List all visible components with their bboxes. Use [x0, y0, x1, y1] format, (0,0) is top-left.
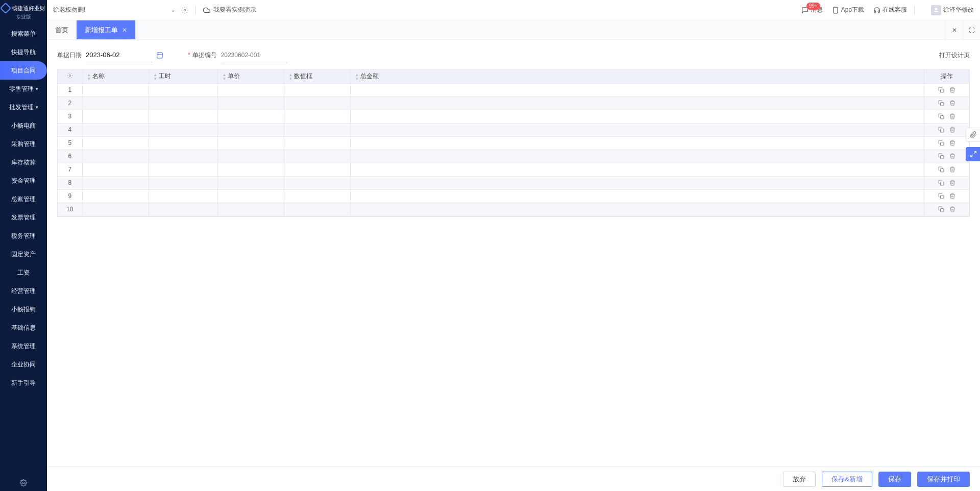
sidebar-item-17[interactable]: 系统管理 — [0, 337, 47, 355]
col-numbox-header[interactable]: ▴▾数值框 — [284, 70, 350, 83]
cell[interactable] — [350, 163, 924, 176]
sidebar-item-0[interactable]: 搜索菜单 — [0, 24, 47, 43]
copy-row-button[interactable] — [938, 206, 944, 212]
open-designer-link[interactable]: 打开设计页 — [939, 51, 970, 60]
table-row[interactable]: 3 — [58, 110, 969, 123]
save-button[interactable]: 保存 — [878, 472, 911, 487]
cell[interactable] — [149, 203, 217, 216]
copy-row-button[interactable] — [938, 100, 944, 106]
cell[interactable] — [217, 150, 284, 163]
copy-row-button[interactable] — [938, 127, 944, 133]
cell[interactable] — [217, 203, 284, 216]
sidebar-item-13[interactable]: 工资 — [0, 263, 47, 282]
cell[interactable] — [350, 96, 924, 110]
delete-row-button[interactable] — [949, 127, 955, 133]
cell[interactable] — [284, 136, 350, 150]
cell[interactable] — [350, 83, 924, 96]
cell[interactable] — [149, 163, 217, 176]
table-row[interactable]: 10 — [58, 203, 969, 216]
copy-row-button[interactable] — [938, 180, 944, 186]
cell[interactable] — [284, 203, 350, 216]
cell[interactable] — [350, 176, 924, 189]
attachment-button[interactable] — [966, 128, 980, 142]
cell[interactable] — [217, 176, 284, 189]
table-row[interactable]: 9 — [58, 189, 969, 203]
toggle-panel-button[interactable] — [966, 147, 980, 161]
demo-example-link[interactable]: 我要看实例演示 — [203, 6, 256, 14]
col-name-header[interactable]: ▴▾名称 — [82, 70, 149, 83]
cell[interactable] — [284, 123, 350, 136]
cell[interactable] — [82, 96, 149, 110]
table-row[interactable]: 4 — [58, 123, 969, 136]
cell[interactable] — [82, 150, 149, 163]
sidebar-item-1[interactable]: 快捷导航 — [0, 43, 47, 61]
company-selector[interactable]: 徐老板勿删! ⌄ — [53, 6, 175, 14]
cell[interactable] — [350, 110, 924, 123]
delete-row-button[interactable] — [949, 180, 955, 186]
close-icon[interactable]: ✕ — [122, 27, 127, 34]
cell[interactable] — [82, 176, 149, 189]
cell[interactable] — [82, 123, 149, 136]
delete-row-button[interactable] — [949, 140, 955, 146]
sidebar-item-11[interactable]: 税务管理 — [0, 227, 47, 245]
save-and-print-button[interactable]: 保存并打印 — [917, 472, 970, 487]
sidebar-item-7[interactable]: 库存核算 — [0, 153, 47, 171]
sidebar-item-19[interactable]: 新手引导 — [0, 374, 47, 392]
sidebar-item-3[interactable]: 零售管理▾ — [0, 80, 47, 98]
col-total-header[interactable]: ▴▾总金额 — [350, 70, 924, 83]
company-settings-button[interactable] — [181, 7, 188, 14]
sidebar-item-5[interactable]: 小畅电商 — [0, 116, 47, 135]
cell[interactable] — [284, 163, 350, 176]
cell[interactable] — [217, 163, 284, 176]
cell[interactable] — [284, 176, 350, 189]
fullscreen-button[interactable] — [963, 20, 980, 39]
cell[interactable] — [217, 83, 284, 96]
online-service-button[interactable]: 在线客服 — [873, 6, 907, 14]
cell[interactable] — [350, 150, 924, 163]
sidebar-item-15[interactable]: 小畅报销 — [0, 300, 47, 318]
sidebar-item-14[interactable]: 经营管理 — [0, 282, 47, 300]
copy-row-button[interactable] — [938, 140, 944, 146]
cell[interactable] — [217, 189, 284, 203]
tab-home[interactable]: 首页 — [47, 20, 77, 39]
cell[interactable] — [350, 136, 924, 150]
table-row[interactable]: 7 — [58, 163, 969, 176]
notice-button[interactable]: 消息 99+ — [801, 6, 823, 14]
delete-row-button[interactable] — [949, 100, 955, 106]
date-input[interactable] — [86, 48, 152, 62]
cell[interactable] — [284, 150, 350, 163]
delete-row-button[interactable] — [949, 153, 955, 159]
tab-new-work-order[interactable]: 新增报工单 ✕ — [77, 20, 135, 39]
cell[interactable] — [149, 83, 217, 96]
cell[interactable] — [350, 189, 924, 203]
code-input[interactable] — [221, 48, 287, 62]
table-row[interactable]: 8 — [58, 176, 969, 189]
cell[interactable] — [284, 96, 350, 110]
copy-row-button[interactable] — [938, 113, 944, 119]
cell[interactable] — [149, 96, 217, 110]
cell[interactable] — [284, 83, 350, 96]
col-hours-header[interactable]: ▴▾工时 — [149, 70, 217, 83]
cell[interactable] — [350, 123, 924, 136]
cell[interactable] — [284, 110, 350, 123]
table-row[interactable]: 5 — [58, 136, 969, 150]
copy-row-button[interactable] — [938, 153, 944, 159]
cell[interactable] — [149, 189, 217, 203]
cell[interactable] — [217, 96, 284, 110]
grid-settings-header[interactable] — [58, 70, 82, 83]
cell[interactable] — [350, 203, 924, 216]
close-all-tabs-button[interactable]: ✕ — [945, 20, 963, 39]
cell[interactable] — [149, 136, 217, 150]
sidebar-item-4[interactable]: 批发管理▾ — [0, 98, 47, 116]
user-menu[interactable]: 徐泽华修改 — [931, 5, 974, 15]
delete-row-button[interactable] — [949, 113, 955, 119]
delete-row-button[interactable] — [949, 166, 955, 173]
cell[interactable] — [82, 163, 149, 176]
cell[interactable] — [82, 203, 149, 216]
table-row[interactable]: 6 — [58, 150, 969, 163]
cell[interactable] — [82, 110, 149, 123]
sidebar-item-12[interactable]: 固定资产 — [0, 245, 47, 263]
calendar-icon[interactable] — [156, 52, 163, 59]
delete-row-button[interactable] — [949, 206, 955, 212]
cell[interactable] — [284, 189, 350, 203]
